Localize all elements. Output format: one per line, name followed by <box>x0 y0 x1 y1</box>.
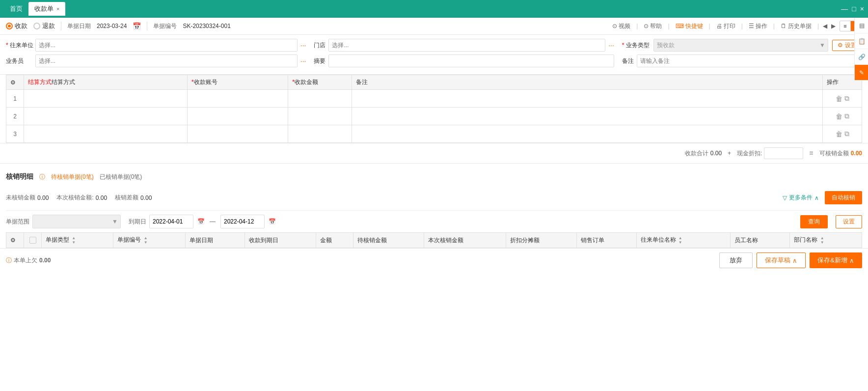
form-row-1: 往来单位 ··· 门店 ··· 业务类型 预收款 ▼ <box>6 39 862 52</box>
row-account-2[interactable] <box>188 108 288 125</box>
date-start-input[interactable] <box>149 215 193 228</box>
counterpart-input[interactable] <box>35 39 298 52</box>
row-notes-3[interactable] <box>352 125 823 143</box>
row-delete-3[interactable]: 🗑 <box>836 130 842 138</box>
row-amount-3[interactable] <box>288 125 352 143</box>
query-btn[interactable]: 查询 <box>800 215 828 228</box>
date-label: 单据日期 <box>67 22 91 30</box>
start-cal-icon[interactable]: 📅 <box>197 218 205 225</box>
shortcut-btn[interactable]: ⌨ 快捷键 <box>674 21 705 31</box>
maximize-icon[interactable]: □ <box>852 5 856 13</box>
calendar-icon[interactable]: 📅 <box>133 22 141 30</box>
store-more-icon[interactable]: ··· <box>608 41 614 49</box>
salesperson-input[interactable] <box>35 55 298 67</box>
next-record-icon[interactable]: ▶ <box>831 23 836 29</box>
due-date-field: 到期日 📅 — 📅 <box>129 215 276 228</box>
date-dash: — <box>210 218 216 225</box>
row-notes-2[interactable] <box>352 108 823 125</box>
radio-receipt[interactable]: 收款 <box>6 22 27 30</box>
summary-input[interactable] <box>328 55 614 67</box>
row-delete-1[interactable]: 🗑 <box>836 95 842 103</box>
tab-receipt[interactable]: 收款单 × <box>28 2 65 16</box>
close-window-icon[interactable]: × <box>860 5 864 13</box>
due-date-label: 到期日 <box>129 218 146 226</box>
verif-filter-row: ▽ 更多条件 ∧ 自动核销 <box>783 188 862 207</box>
row-delete-2[interactable]: 🗑 <box>836 112 842 120</box>
row-copy-2[interactable]: ⧉ <box>844 112 849 120</box>
window-controls: — □ × <box>841 5 864 13</box>
operations-label: 操作 <box>756 22 767 30</box>
biz-type-field: 业务类型 预收款 ▼ ⚙ 设置 <box>622 39 862 52</box>
select-all-checkbox[interactable] <box>29 237 36 244</box>
abandon-btn[interactable]: 放弃 <box>719 252 753 268</box>
filter-settings-btn[interactable]: 设置 <box>836 215 862 228</box>
salesperson-field: 业务员 ··· <box>6 55 306 67</box>
total-value: 0.00 <box>710 150 722 157</box>
row-actions-3: 🗑 ⧉ <box>823 125 862 143</box>
radio-refund[interactable]: 退款 <box>33 22 55 30</box>
range-select[interactable] <box>32 215 121 228</box>
form-area: 往来单位 ··· 门店 ··· 业务类型 预收款 ▼ <box>0 35 868 75</box>
more-conditions-btn[interactable]: ▽ 更多条件 ∧ <box>783 194 819 202</box>
col-due-date: 收款到期日 <box>245 233 316 248</box>
right-panel-link-icon[interactable]: 🔗 <box>855 49 868 65</box>
row-settlement-1[interactable] <box>24 90 188 108</box>
right-panel-doc-icon[interactable]: 📋 <box>855 33 868 49</box>
draft-btn[interactable]: 保存草稿 ∧ <box>757 252 806 268</box>
history-btn[interactable]: 🗒 历史单据 <box>779 21 814 31</box>
help-icon: ⊙ <box>644 23 649 29</box>
col-notes-header: 备注 <box>352 75 823 90</box>
row-account-3[interactable] <box>188 125 288 143</box>
done-tab[interactable]: 已核销单据(0笔) <box>100 173 142 181</box>
minimize-icon[interactable]: — <box>841 5 848 13</box>
verif-info-icon[interactable]: ⓘ <box>39 173 45 181</box>
save-new-btn[interactable]: 保存&新增 ∧ <box>810 252 862 268</box>
save-new-label: 保存&新增 <box>817 256 847 265</box>
tab-close-icon[interactable]: × <box>56 6 59 12</box>
right-panel-edit-icon[interactable]: ✎ <box>855 65 868 81</box>
col-pending-amount: 待核销金额 <box>353 233 424 248</box>
row-account-1[interactable] <box>188 90 288 108</box>
salesperson-label: 业务员 <box>6 57 35 65</box>
pending-tab[interactable]: 待核销单据(0笔) <box>51 173 94 181</box>
print-btn[interactable]: 🖨 打印 <box>714 21 737 31</box>
save-new-arrow-icon: ∧ <box>849 257 854 264</box>
col-amount: 金额 <box>316 233 353 248</box>
help-btn[interactable]: ⊙ 帮助 <box>642 21 664 31</box>
uncancelled-label: 未核销金额 <box>6 194 35 202</box>
receipt-table: ⚙ 结算方式结算方式 *收款账号 *收款金额 备注 操作 <box>6 75 862 143</box>
row-copy-3[interactable]: ⧉ <box>844 130 849 138</box>
counterpart-more-icon[interactable]: ··· <box>300 41 306 49</box>
shortcut-label: 快捷键 <box>685 22 703 30</box>
row-settlement-2[interactable] <box>24 108 188 125</box>
table-header-gear[interactable]: ⚙ <box>6 75 24 90</box>
auto-verif-btn[interactable]: 自动核销 <box>825 191 862 204</box>
prev-record-icon[interactable]: ◀ <box>823 23 827 29</box>
row-copy-1[interactable]: ⧉ <box>844 94 849 103</box>
data-table-area: ⚙ 结算方式结算方式 *收款账号 *收款金额 备注 操作 <box>0 75 868 143</box>
history-icon: 🗒 <box>781 23 787 29</box>
tab-home[interactable]: 首页 <box>4 2 28 16</box>
range-field: 单据范围 ▼ <box>6 215 121 228</box>
operations-btn[interactable]: ☰ 操作 <box>747 21 769 31</box>
footer-info: ⓘ 本单上欠 0.00 <box>6 256 719 265</box>
col-dept-name: 部门名称 ▲▼ <box>790 233 862 248</box>
row-notes-1[interactable] <box>352 90 823 108</box>
col-doc-num: 单据编号 ▲▼ <box>113 233 185 248</box>
biz-type-select[interactable]: 预收款 <box>653 39 828 52</box>
salesperson-more-icon[interactable]: ··· <box>300 57 306 65</box>
video-btn[interactable]: ⊙ 视频 <box>610 21 632 31</box>
bottom-gear-header[interactable]: ⚙ <box>6 233 24 248</box>
end-cal-icon[interactable]: 📅 <box>269 218 276 225</box>
discount-input[interactable] <box>764 147 803 159</box>
row-amount-1[interactable] <box>288 90 352 108</box>
row-amount-2[interactable] <box>288 108 352 125</box>
right-panel-table-icon[interactable]: ▤ <box>855 18 868 33</box>
row-settlement-3[interactable] <box>24 125 188 143</box>
store-input[interactable] <box>328 39 605 52</box>
total-label: 收款合计 <box>685 149 708 158</box>
date-end-input[interactable] <box>220 215 265 228</box>
collapse-icon: ∧ <box>814 195 819 201</box>
layout-list-btn[interactable]: ≡ <box>840 21 851 31</box>
notes-input[interactable] <box>637 55 862 67</box>
